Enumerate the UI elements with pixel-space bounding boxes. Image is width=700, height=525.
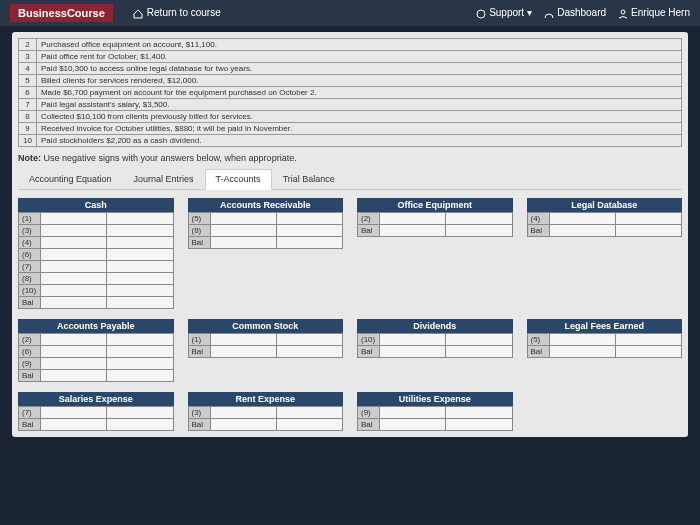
- t-row-label: (1): [19, 213, 41, 225]
- t-credit-cell[interactable]: [446, 225, 512, 237]
- t-credit-cell[interactable]: [446, 213, 512, 225]
- t-debit-cell[interactable]: [549, 225, 615, 237]
- t-credit-cell[interactable]: [107, 249, 173, 261]
- t-debit-cell[interactable]: [41, 297, 107, 309]
- t-debit-cell[interactable]: [41, 225, 107, 237]
- t-debit-cell[interactable]: [380, 407, 446, 419]
- t-debit-cell[interactable]: [210, 334, 276, 346]
- topbar: BusinessCourse Return to course Support …: [0, 0, 700, 26]
- t-credit-cell[interactable]: [446, 407, 512, 419]
- t-account-re: Rent Expense(3)Bal: [188, 392, 344, 431]
- transaction-row: 7Paid legal assistant's salary, $3,500.: [19, 99, 682, 111]
- t-credit-cell[interactable]: [276, 419, 342, 431]
- t-credit-cell[interactable]: [615, 225, 681, 237]
- t-row-label: Bal: [19, 419, 41, 431]
- t-credit-cell[interactable]: [446, 334, 512, 346]
- t-credit-cell[interactable]: [107, 273, 173, 285]
- t-credit-cell[interactable]: [107, 261, 173, 273]
- t-row-label: Bal: [188, 419, 210, 431]
- t-debit-cell[interactable]: [210, 237, 276, 249]
- t-credit-cell[interactable]: [107, 370, 173, 382]
- t-debit-cell[interactable]: [380, 334, 446, 346]
- t-credit-cell[interactable]: [107, 225, 173, 237]
- svg-point-1: [621, 10, 625, 14]
- t-credit-cell[interactable]: [276, 213, 342, 225]
- t-debit-cell[interactable]: [41, 334, 107, 346]
- transaction-text: Received invoice for October utilities, …: [36, 123, 681, 135]
- t-credit-cell[interactable]: [446, 419, 512, 431]
- t-debit-cell[interactable]: [41, 346, 107, 358]
- t-debit-cell[interactable]: [210, 213, 276, 225]
- tab-trial-balance[interactable]: Trial Balance: [272, 169, 346, 189]
- transaction-row: 6Made $6,700 payment on account for the …: [19, 87, 682, 99]
- t-debit-cell[interactable]: [380, 346, 446, 358]
- t-credit-cell[interactable]: [107, 407, 173, 419]
- home-icon: [133, 7, 143, 18]
- t-credit-cell[interactable]: [107, 358, 173, 370]
- t-debit-cell[interactable]: [210, 419, 276, 431]
- t-debit-cell[interactable]: [41, 273, 107, 285]
- tab-t-accounts[interactable]: T-Accounts: [205, 169, 272, 190]
- transaction-row: 5Billed clients for services rendered, $…: [19, 75, 682, 87]
- t-row-label: Bal: [527, 346, 549, 358]
- user-link[interactable]: Enrique Hern: [618, 7, 690, 18]
- t-debit-cell[interactable]: [41, 419, 107, 431]
- t-row-label: (9): [358, 407, 380, 419]
- t-debit-cell[interactable]: [41, 261, 107, 273]
- t-debit-cell[interactable]: [210, 225, 276, 237]
- tab-accounting-equation[interactable]: Accounting Equation: [18, 169, 123, 189]
- transaction-num: 7: [19, 99, 37, 111]
- t-debit-cell[interactable]: [549, 213, 615, 225]
- t-credit-cell[interactable]: [615, 213, 681, 225]
- t-credit-cell[interactable]: [276, 334, 342, 346]
- t-debit-cell[interactable]: [41, 249, 107, 261]
- t-debit-cell[interactable]: [380, 419, 446, 431]
- t-credit-cell[interactable]: [107, 346, 173, 358]
- t-account-title: Utilities Expense: [357, 392, 513, 406]
- t-credit-cell[interactable]: [107, 237, 173, 249]
- transaction-num: 9: [19, 123, 37, 135]
- dashboard-label: Dashboard: [557, 7, 606, 18]
- t-credit-cell[interactable]: [276, 225, 342, 237]
- t-credit-cell[interactable]: [276, 407, 342, 419]
- t-credit-cell[interactable]: [107, 285, 173, 297]
- t-row-label: Bal: [358, 419, 380, 431]
- tab-journal-entries[interactable]: Journal Entries: [123, 169, 205, 189]
- dashboard-link[interactable]: Dashboard: [544, 7, 606, 18]
- t-debit-cell[interactable]: [380, 213, 446, 225]
- t-debit-cell[interactable]: [41, 407, 107, 419]
- support-link[interactable]: Support ▾: [476, 7, 532, 18]
- t-debit-cell[interactable]: [210, 346, 276, 358]
- t-credit-cell[interactable]: [107, 419, 173, 431]
- t-credit-cell[interactable]: [276, 237, 342, 249]
- t-credit-cell[interactable]: [615, 346, 681, 358]
- t-debit-cell[interactable]: [41, 213, 107, 225]
- t-credit-cell[interactable]: [107, 297, 173, 309]
- t-debit-cell[interactable]: [41, 237, 107, 249]
- transaction-text: Collected $10,100 from clients previousl…: [36, 111, 681, 123]
- return-link[interactable]: Return to course: [133, 7, 221, 18]
- t-row-label: (6): [19, 249, 41, 261]
- transaction-row: 9Received invoice for October utilities,…: [19, 123, 682, 135]
- t-debit-cell[interactable]: [41, 358, 107, 370]
- transaction-num: 8: [19, 111, 37, 123]
- t-debit-cell[interactable]: [210, 407, 276, 419]
- t-debit-cell[interactable]: [41, 370, 107, 382]
- t-credit-cell[interactable]: [446, 346, 512, 358]
- transaction-text: Paid $10,300 to access online legal data…: [36, 63, 681, 75]
- t-account-cash: Cash(1)(3)(4)(6)(7)(8)(10)Bal: [18, 198, 174, 309]
- t-debit-cell[interactable]: [41, 285, 107, 297]
- t-row-label: (5): [527, 334, 549, 346]
- t-debit-cell[interactable]: [380, 225, 446, 237]
- t-credit-cell[interactable]: [615, 334, 681, 346]
- t-row-label: (9): [19, 358, 41, 370]
- user-icon: [618, 7, 628, 18]
- t-credit-cell[interactable]: [276, 346, 342, 358]
- t-debit-cell[interactable]: [549, 334, 615, 346]
- transaction-text: Purchased office equipment on account, $…: [36, 39, 681, 51]
- t-credit-cell[interactable]: [107, 334, 173, 346]
- transaction-num: 3: [19, 51, 37, 63]
- t-credit-cell[interactable]: [107, 213, 173, 225]
- t-account-title: Common Stock: [188, 319, 344, 333]
- t-debit-cell[interactable]: [549, 346, 615, 358]
